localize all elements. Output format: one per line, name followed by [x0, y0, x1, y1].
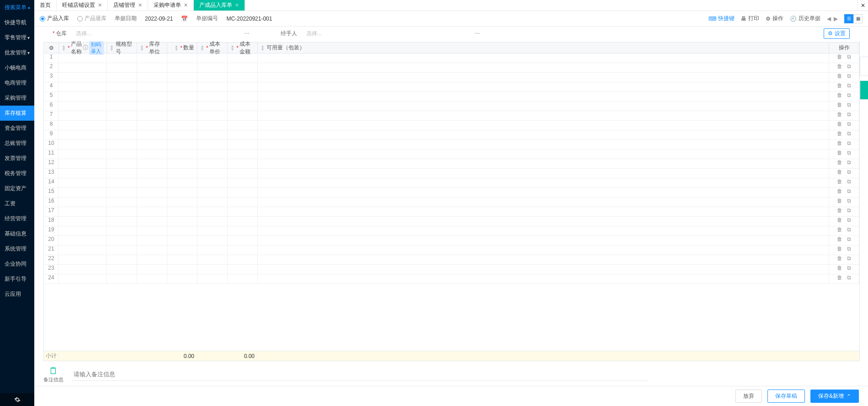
sidebar-item-18[interactable]: 云应用: [0, 287, 34, 302]
delete-icon[interactable]: 🗑: [837, 53, 842, 63]
cell-price[interactable]: [197, 255, 228, 264]
table-row[interactable]: 1🗑⧉: [44, 53, 859, 63]
sidebar-item-14[interactable]: 基础信息: [0, 226, 34, 241]
cell-amount[interactable]: [228, 198, 258, 207]
table-row[interactable]: 8🗑⧉: [44, 121, 859, 130]
copy-icon[interactable]: ⧉: [847, 178, 851, 187]
side-tab-2[interactable]: [860, 80, 868, 100]
cell-avail[interactable]: [258, 63, 829, 72]
cell-price[interactable]: [197, 73, 228, 82]
copy-icon[interactable]: ⧉: [847, 92, 851, 101]
cell-amount[interactable]: [228, 236, 258, 245]
cell-spec[interactable]: [107, 121, 137, 130]
delete-icon[interactable]: 🗑: [837, 63, 842, 72]
calendar-icon[interactable]: 📅: [181, 16, 188, 22]
delete-icon[interactable]: 🗑: [837, 82, 842, 91]
table-row[interactable]: 5🗑⧉: [44, 92, 859, 102]
cell-avail[interactable]: [258, 188, 829, 197]
operate-link[interactable]: ⚙操作: [766, 15, 783, 22]
cell-unit[interactable]: [137, 236, 167, 245]
prev-doc-icon[interactable]: ◀: [827, 16, 831, 22]
delete-icon[interactable]: 🗑: [837, 159, 842, 168]
delete-icon[interactable]: 🗑: [837, 236, 842, 245]
delete-icon[interactable]: 🗑: [837, 102, 842, 111]
cell-spec[interactable]: [107, 159, 137, 168]
sidebar-item-4[interactable]: 电商管理: [0, 75, 34, 91]
close-icon[interactable]: ✕: [98, 2, 102, 8]
cell-avail[interactable]: [258, 82, 829, 91]
copy-icon[interactable]: ⧉: [847, 246, 851, 255]
cell-qty[interactable]: [167, 274, 197, 283]
delete-icon[interactable]: 🗑: [837, 265, 842, 274]
cell-name[interactable]: [59, 255, 107, 264]
radio-product-out[interactable]: 产品退库: [77, 15, 107, 22]
table-row[interactable]: 19🗑⧉: [44, 226, 859, 236]
table-row[interactable]: 15🗑⧉: [44, 188, 859, 198]
next-doc-icon[interactable]: ▶: [834, 16, 838, 22]
cell-name[interactable]: [59, 178, 107, 187]
cell-qty[interactable]: [167, 246, 197, 255]
delete-icon[interactable]: 🗑: [837, 198, 842, 207]
cell-spec[interactable]: [107, 198, 137, 207]
sidebar-item-13[interactable]: 经营管理: [0, 211, 34, 226]
cell-price[interactable]: [197, 217, 228, 226]
cell-amount[interactable]: [228, 92, 258, 101]
cell-name[interactable]: [59, 92, 107, 101]
delete-icon[interactable]: 🗑: [837, 226, 842, 235]
sidebar-item-1[interactable]: 零售管理▾: [0, 30, 34, 45]
cell-amount[interactable]: [228, 121, 258, 130]
cell-amount[interactable]: [228, 217, 258, 226]
cell-name[interactable]: [59, 159, 107, 168]
cell-avail[interactable]: [258, 236, 829, 245]
cell-spec[interactable]: [107, 178, 137, 187]
cell-name[interactable]: [59, 246, 107, 255]
cell-price[interactable]: [197, 226, 228, 235]
copy-icon[interactable]: ⧉: [847, 236, 851, 245]
copy-icon[interactable]: ⧉: [847, 150, 851, 159]
sidebar-item-9[interactable]: 发票管理: [0, 151, 34, 166]
cell-avail[interactable]: [258, 92, 829, 101]
cell-unit[interactable]: [137, 217, 167, 226]
cell-avail[interactable]: [258, 274, 829, 283]
sidebar-item-17[interactable]: 新手引导: [0, 272, 34, 287]
cell-qty[interactable]: [167, 236, 197, 245]
cell-name[interactable]: [59, 274, 107, 283]
cell-name[interactable]: [59, 169, 107, 178]
sidebar-item-5[interactable]: 采购管理: [0, 91, 34, 106]
cell-name[interactable]: [59, 73, 107, 82]
cell-spec[interactable]: [107, 169, 137, 178]
col-gear[interactable]: ⚙: [44, 43, 59, 53]
table-row[interactable]: 9🗑⧉: [44, 130, 859, 140]
col-price[interactable]: ▲▼*成本单价: [197, 43, 228, 53]
copy-icon[interactable]: ⧉: [847, 53, 851, 63]
cell-price[interactable]: [197, 178, 228, 187]
copy-icon[interactable]: ⧉: [847, 73, 851, 82]
table-row[interactable]: 22🗑⧉: [44, 255, 859, 265]
cell-qty[interactable]: [167, 130, 197, 139]
cell-avail[interactable]: [258, 169, 829, 178]
cell-avail[interactable]: [258, 207, 829, 216]
copy-icon[interactable]: ⧉: [847, 102, 851, 111]
table-row[interactable]: 4🗑⧉: [44, 82, 859, 92]
sidebar-item-0[interactable]: 快捷导航: [0, 15, 34, 30]
warehouse-select[interactable]: 选择...: [73, 29, 238, 38]
cell-avail[interactable]: [258, 226, 829, 235]
handler-more-icon[interactable]: ⋯: [474, 30, 480, 37]
cell-avail[interactable]: [258, 140, 829, 149]
close-icon[interactable]: ✕: [138, 2, 142, 8]
cell-amount[interactable]: [228, 207, 258, 216]
cell-unit[interactable]: [137, 82, 167, 91]
cell-name[interactable]: [59, 63, 107, 72]
cell-name[interactable]: [59, 53, 107, 63]
copy-icon[interactable]: ⧉: [847, 207, 851, 216]
cell-qty[interactable]: [167, 140, 197, 149]
col-unit[interactable]: ▲▼*库存单位: [137, 43, 167, 53]
delete-icon[interactable]: 🗑: [837, 150, 842, 159]
close-icon[interactable]: ✕: [184, 2, 188, 8]
delete-icon[interactable]: 🗑: [837, 140, 842, 149]
cell-spec[interactable]: [107, 226, 137, 235]
cell-name[interactable]: [59, 111, 107, 120]
cell-qty[interactable]: [167, 92, 197, 101]
col-name[interactable]: ▲▼*产品名称ⓘ扫码录入: [59, 43, 107, 53]
sidebar-item-10[interactable]: 税务管理: [0, 166, 34, 181]
